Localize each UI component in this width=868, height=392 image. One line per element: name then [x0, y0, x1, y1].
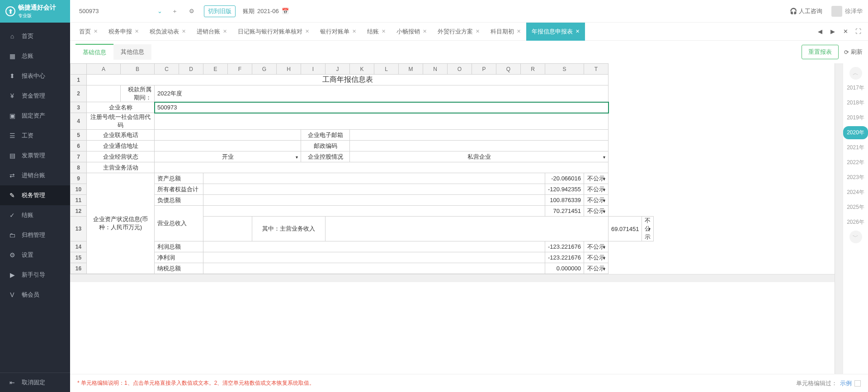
- subtab-basic[interactable]: 基础信息: [75, 44, 113, 60]
- tab-t2[interactable]: 税负波动表✕: [144, 23, 191, 41]
- row-16[interactable]: 16: [71, 263, 87, 274]
- year-up-icon[interactable]: ︿: [849, 67, 862, 80]
- sidebar-item-guide[interactable]: ▶新手引导: [0, 265, 70, 285]
- row-9[interactable]: 9: [71, 173, 87, 184]
- year-2023年[interactable]: 2023年: [843, 171, 868, 184]
- close-icon[interactable]: ✕: [94, 28, 98, 34]
- cell[interactable]: [203, 195, 545, 206]
- demo-link[interactable]: 示例: [840, 379, 852, 387]
- col-F[interactable]: F: [228, 64, 252, 75]
- cell[interactable]: 所有者权益合计: [155, 184, 203, 195]
- cell[interactable]: -120.942355: [545, 184, 584, 195]
- year-2018年[interactable]: 2018年: [843, 96, 868, 109]
- col-N[interactable]: N: [423, 64, 448, 75]
- cell[interactable]: 企业经营状态: [87, 151, 155, 162]
- calendar-icon[interactable]: 📅: [282, 8, 289, 14]
- sidebar-item-funds[interactable]: ¥资金管理: [0, 86, 70, 106]
- sidebar-item-asset[interactable]: ▣固定资产: [0, 106, 70, 126]
- cell[interactable]: [203, 206, 545, 217]
- company-select[interactable]: 500973 ⌄: [75, 8, 166, 14]
- cell[interactable]: 2022年度: [155, 85, 609, 102]
- col-O[interactable]: O: [448, 64, 472, 75]
- cell[interactable]: 不公示: [584, 173, 609, 184]
- cell[interactable]: 不公示: [584, 263, 609, 274]
- cell[interactable]: 企业控股情况: [301, 151, 350, 162]
- tab-t4[interactable]: 日记账与银行对账单核对✕: [232, 23, 315, 41]
- col-Q[interactable]: Q: [496, 64, 521, 75]
- tab-t7[interactable]: 小畅报销✕: [391, 23, 432, 41]
- col-R[interactable]: R: [521, 64, 545, 75]
- row-7[interactable]: 7: [71, 151, 87, 162]
- year-2026年[interactable]: 2026年: [843, 216, 868, 229]
- row-1[interactable]: 1: [71, 75, 87, 85]
- row-5[interactable]: 5: [71, 130, 87, 141]
- cell[interactable]: 不公示: [584, 206, 609, 217]
- row-14[interactable]: 14: [71, 241, 87, 252]
- version-switch-button[interactable]: 切到旧版: [204, 5, 236, 17]
- row-15[interactable]: 15: [71, 252, 87, 263]
- col-D[interactable]: D: [179, 64, 203, 75]
- tab-t1[interactable]: 税务申报✕: [103, 23, 144, 41]
- cell[interactable]: 主营业务活动: [87, 162, 155, 173]
- year-down-icon[interactable]: ﹀: [849, 231, 862, 243]
- cell[interactable]: 私营企业: [350, 151, 609, 162]
- cell[interactable]: 利润总额: [155, 241, 203, 252]
- cell[interactable]: [155, 113, 609, 130]
- year-2022年[interactable]: 2022年: [843, 156, 868, 169]
- cell[interactable]: 不公示: [642, 217, 654, 241]
- cell[interactable]: 不公示: [584, 252, 609, 263]
- spreadsheet[interactable]: ABCDEFGHIJKLMNOPQRST1工商年报信息表2税款所属期间：2022…: [70, 63, 835, 374]
- cell[interactable]: [155, 162, 609, 173]
- col-T[interactable]: T: [584, 64, 609, 75]
- cell[interactable]: 邮政编码: [301, 141, 350, 151]
- year-2020年[interactable]: 2020年: [843, 126, 868, 139]
- tab-t10[interactable]: 年报信息申报表✕: [526, 23, 585, 41]
- tab-t9[interactable]: 科目期初✕: [485, 23, 526, 41]
- gear-icon[interactable]: ⚙: [185, 5, 198, 18]
- cell[interactable]: [203, 252, 545, 263]
- row-6[interactable]: 6: [71, 141, 87, 151]
- customer-service-button[interactable]: 🎧 人工咨询: [790, 7, 822, 15]
- cell[interactable]: [350, 141, 609, 151]
- col-M[interactable]: M: [399, 64, 423, 75]
- tab-t8[interactable]: 外贸行业方案✕: [432, 23, 485, 41]
- cell[interactable]: [203, 184, 545, 195]
- year-2025年[interactable]: 2025年: [843, 201, 868, 214]
- close-icon[interactable]: ✕: [223, 28, 227, 34]
- cell[interactable]: 企业联系电话: [87, 130, 155, 141]
- row-4[interactable]: 4: [71, 113, 87, 130]
- row-11[interactable]: 11: [71, 195, 87, 206]
- cell[interactable]: [203, 217, 252, 241]
- sidebar-item-report[interactable]: ⬍报表中心: [0, 66, 70, 86]
- cell[interactable]: 负债总额: [155, 195, 203, 206]
- cell[interactable]: 不公示: [584, 195, 609, 206]
- tabs-next-icon[interactable]: ▶: [826, 25, 839, 38]
- col-H[interactable]: H: [277, 64, 301, 75]
- vertical-scrollbar[interactable]: [835, 63, 843, 374]
- row-10[interactable]: 10: [71, 184, 87, 195]
- close-icon[interactable]: ✕: [423, 28, 427, 34]
- close-icon[interactable]: ✕: [576, 28, 580, 34]
- row-8[interactable]: 8: [71, 162, 87, 173]
- cell[interactable]: 纳税总额: [155, 263, 203, 274]
- sidebar-item-home[interactable]: ⌂首页: [0, 26, 70, 46]
- col-E[interactable]: E: [203, 64, 228, 75]
- user-menu[interactable]: 徐泽华: [831, 6, 863, 17]
- tab-t3[interactable]: 进销台账✕: [191, 23, 232, 41]
- tabs-prev-icon[interactable]: ◀: [814, 25, 826, 38]
- cell[interactable]: 企业通信地址: [87, 141, 155, 151]
- close-icon[interactable]: ✕: [305, 28, 309, 34]
- cell-group[interactable]: 企业资产状况信息(币种：人民币万元): [87, 173, 155, 274]
- sidebar-item-ledger[interactable]: ▦总账: [0, 46, 70, 66]
- col-P[interactable]: P: [472, 64, 496, 75]
- tab-t5[interactable]: 银行对账单✕: [315, 23, 362, 41]
- cell[interactable]: 69.071451: [609, 217, 642, 241]
- row-12[interactable]: 12: [71, 206, 87, 217]
- sidebar-item-salary[interactable]: ☰工资: [0, 126, 70, 146]
- cell[interactable]: 不公示: [584, 184, 609, 195]
- close-icon[interactable]: ✕: [352, 28, 356, 34]
- cell[interactable]: [87, 85, 121, 102]
- horizontal-scrollbar[interactable]: [70, 274, 835, 282]
- grid-corner[interactable]: [71, 64, 87, 75]
- refresh-button[interactable]: ⟳ 刷新: [844, 48, 863, 56]
